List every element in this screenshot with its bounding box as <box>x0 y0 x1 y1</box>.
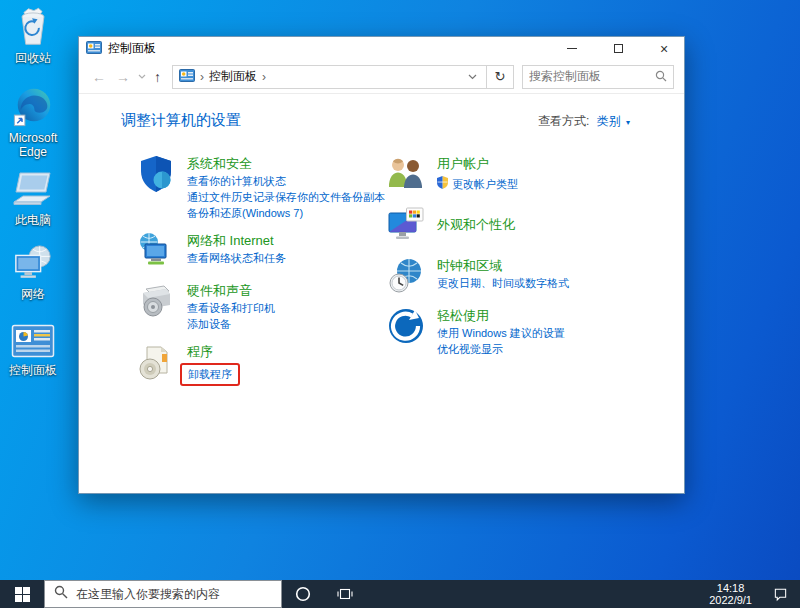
category-appearance-personalization: 外观和个性化 <box>386 204 656 244</box>
category-ease-of-access: 轻松使用使用 Windows 建议的设置优化视觉显示 <box>386 306 656 357</box>
recent-pages-chevron-icon[interactable] <box>135 74 149 79</box>
close-icon: × <box>660 42 668 56</box>
edge-icon <box>12 84 54 128</box>
category-title-link[interactable]: 外观和个性化 <box>437 216 515 234</box>
task-link[interactable]: 添加设备 <box>187 317 275 332</box>
desktop-icon-label: 回收站 <box>15 51 51 65</box>
up-icon[interactable]: ↑ <box>149 70 166 84</box>
desktop-icon-label: Microsoft Edge <box>0 131 66 159</box>
maximize-button[interactable] <box>598 37 638 60</box>
desktop-icon-edge[interactable]: Microsoft Edge <box>0 84 66 159</box>
windows-logo-icon <box>15 587 30 602</box>
breadcrumb-separator[interactable]: › <box>262 70 266 84</box>
category-title-link[interactable]: 轻松使用 <box>437 307 565 325</box>
search-icon <box>655 68 667 86</box>
task-link[interactable]: 查看设备和打印机 <box>187 301 275 316</box>
desktop-icon-this-pc[interactable]: 此电脑 <box>0 166 66 227</box>
clock-time: 14:18 <box>717 582 745 594</box>
category-title-link[interactable]: 网络和 Internet <box>187 232 286 250</box>
control-panel-window-icon <box>86 40 102 58</box>
desktop-icon-recycle-bin[interactable]: 回收站 <box>0 4 66 65</box>
view-by-label: 查看方式: <box>538 114 589 128</box>
category-title-link[interactable]: 时钟和区域 <box>437 257 569 275</box>
view-by-value-link[interactable]: 类别 <box>597 114 621 128</box>
programs-icon[interactable] <box>136 342 176 382</box>
task-link-highlighted[interactable]: 卸载程序 <box>180 363 240 386</box>
breadcrumb[interactable]: 控制面板 <box>209 68 257 85</box>
desktop-icon-label: 此电脑 <box>15 213 51 227</box>
category-title-link[interactable]: 程序 <box>187 343 240 361</box>
control-panel-home: 调整计算机的设置 查看方式: 类别 ▾ 系统和安全查看你的计算机状态通过文件历史… <box>79 94 684 493</box>
category-title-link[interactable]: 用户帐户 <box>437 155 518 173</box>
ease-icon[interactable] <box>386 306 426 346</box>
window-title: 控制面板 <box>108 40 156 57</box>
category-title-link[interactable]: 系统和安全 <box>187 155 385 173</box>
action-center-icon <box>773 587 788 602</box>
task-link[interactable]: 更改日期、时间或数字格式 <box>437 276 569 291</box>
cortana-button[interactable] <box>282 580 324 608</box>
taskbar-search-input[interactable]: 在这里输入你要搜索的内容 <box>44 580 282 608</box>
taskbar: 在这里输入你要搜索的内容 14:18 2022/9/1 <box>0 580 800 608</box>
category-hardware-sound: 硬件和声音查看设备和打印机添加设备 <box>136 281 386 332</box>
category-title-link[interactable]: 硬件和声音 <box>187 282 275 300</box>
breadcrumb-app-icon <box>179 69 195 85</box>
search-control-panel-input[interactable]: 搜索控制面板 <box>522 65 674 89</box>
cortana-icon <box>295 586 311 602</box>
task-link[interactable]: 使用 Windows 建议的设置 <box>437 326 565 341</box>
close-button[interactable]: × <box>644 37 684 60</box>
start-button[interactable] <box>0 580 44 608</box>
forward-icon[interactable]: → <box>111 70 135 84</box>
category-system-security: 系统和安全查看你的计算机状态通过文件历史记录保存你的文件备份副本备份和还原(Wi… <box>136 154 386 221</box>
network-internet-icon[interactable] <box>136 231 176 271</box>
maximize-icon <box>614 44 623 53</box>
address-dropdown-icon[interactable] <box>465 74 480 80</box>
category-programs: 程序卸载程序 <box>136 342 386 386</box>
desktop-icon-label: 网络 <box>21 287 45 301</box>
task-view-button[interactable] <box>324 580 366 608</box>
address-field[interactable]: › 控制面板 › <box>172 65 487 89</box>
task-link[interactable]: 备份和还原(Windows 7) <box>187 206 385 221</box>
minimize-icon <box>567 48 577 49</box>
page-title: 调整计算机的设置 <box>121 111 241 130</box>
title-bar[interactable]: 控制面板 × <box>79 37 684 60</box>
control-panel-icon <box>11 316 55 360</box>
control-panel-window: 控制面板 × ← → ↑ › 控制面板 › ↻ 搜索控制面板 调整计算机的设置 … <box>78 36 685 494</box>
breadcrumb-separator: › <box>200 70 204 84</box>
refresh-icon: ↻ <box>495 69 506 84</box>
this-pc-icon <box>11 166 55 210</box>
taskbar-search-placeholder: 在这里输入你要搜索的内容 <box>76 586 220 603</box>
taskbar-clock[interactable]: 14:18 2022/9/1 <box>701 580 760 608</box>
hardware-sound-icon[interactable] <box>136 281 176 321</box>
task-view-icon <box>337 586 353 602</box>
task-link[interactable]: 查看网络状态和任务 <box>187 251 286 266</box>
desktop-icon-label: 控制面板 <box>9 363 57 377</box>
task-link[interactable]: 通过文件历史记录保存你的文件备份副本 <box>187 190 385 205</box>
task-link[interactable]: 更改帐户类型 <box>452 177 518 192</box>
refresh-button[interactable]: ↻ <box>486 65 514 89</box>
view-by: 查看方式: 类别 ▾ <box>538 113 630 130</box>
category-network-internet: 网络和 Internet查看网络状态和任务 <box>136 231 386 271</box>
categories-left-column: 系统和安全查看你的计算机状态通过文件历史记录保存你的文件备份副本备份和还原(Wi… <box>136 154 386 396</box>
address-bar: ← → ↑ › 控制面板 › ↻ 搜索控制面板 <box>79 60 684 94</box>
minimize-button[interactable] <box>552 37 592 60</box>
recycle-bin-icon <box>13 4 53 48</box>
clock-date: 2022/9/1 <box>709 594 752 606</box>
desktop-icon-control-panel[interactable]: 控制面板 <box>0 316 66 377</box>
task-link[interactable]: 优化视觉显示 <box>437 342 565 357</box>
user-accounts-icon[interactable] <box>386 154 426 194</box>
task-link[interactable]: 查看你的计算机状态 <box>187 174 385 189</box>
categories-right-column: 用户帐户更改帐户类型 外观和个性化 时钟和区域更改日期、时间或数字格式 轻松使用… <box>386 154 656 396</box>
uac-shield-icon <box>437 175 448 193</box>
personalization-icon[interactable] <box>386 204 426 244</box>
clock-region-icon[interactable] <box>386 256 426 296</box>
system-security-icon[interactable] <box>136 154 176 194</box>
taskbar-search-icon <box>54 585 68 603</box>
network-desktop-icon <box>11 240 55 284</box>
action-center-button[interactable] <box>760 580 800 608</box>
search-placeholder: 搜索控制面板 <box>529 68 651 85</box>
view-by-dropdown-icon[interactable]: ▾ <box>626 118 630 127</box>
back-icon[interactable]: ← <box>87 70 111 84</box>
category-user-accounts: 用户帐户更改帐户类型 <box>386 154 656 194</box>
category-clock-region: 时钟和区域更改日期、时间或数字格式 <box>386 256 656 296</box>
desktop-icon-network[interactable]: 网络 <box>0 240 66 301</box>
